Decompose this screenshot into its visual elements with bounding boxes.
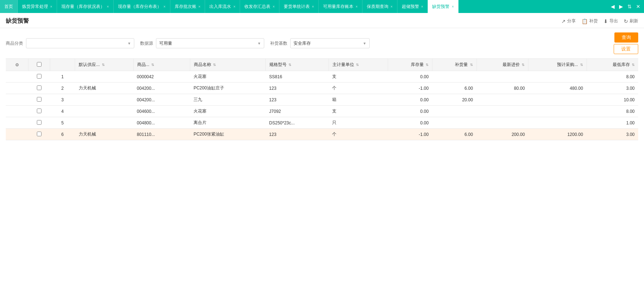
nav-item-8[interactable]: 可用量库存账本 × — [319, 0, 362, 13]
th-minstock-sort-icon[interactable]: ⇅ — [632, 63, 635, 67]
nav-item-3[interactable]: 现存量（库存分布表） × — [114, 0, 170, 13]
export-button[interactable]: ⬇ 导出 — [604, 18, 618, 24]
th-spec-sort-icon[interactable]: ⇅ — [288, 63, 291, 67]
th-price-sort-icon[interactable]: ⇅ — [522, 63, 525, 67]
category-select[interactable]: ▼ — [26, 38, 134, 48]
datasource-label: 数据源 — [140, 40, 153, 47]
table-row[interactable]: 3 004200... 三九 123 箱 0.00 20.00 10.00 — [6, 94, 638, 106]
row-setting-cell — [6, 83, 29, 94]
row-name-cell: PC200油缸庄子 — [190, 83, 265, 94]
nav-item-9[interactable]: 保质期查询 × — [362, 0, 397, 13]
row-unit-cell: 支 — [328, 71, 388, 83]
row-checkbox-5[interactable] — [37, 132, 42, 136]
settings-icon[interactable]: ⚙ — [15, 62, 19, 67]
th-stock[interactable]: 库存量 ⇅ — [388, 59, 432, 71]
nav-close-9[interactable]: × — [391, 5, 393, 9]
nav-item-10[interactable]: 超储预警 × — [397, 0, 428, 13]
category-filter-group: 商品分类 ▼ — [6, 38, 134, 48]
table-row[interactable]: 5 004800... 离合片 DS250*23c... 只 0.00 1.00 — [6, 117, 638, 129]
th-spec[interactable]: 规格型号 ⇅ — [266, 59, 329, 71]
th-supplier-sort-icon[interactable]: ⇅ — [102, 63, 105, 67]
row-checkbox-3[interactable] — [37, 109, 42, 113]
nav-close-2[interactable]: × — [107, 5, 109, 9]
refresh-button[interactable]: ↻ 刷新 — [624, 18, 638, 24]
th-minstock[interactable]: 最低库存 ⇅ — [587, 59, 638, 71]
page-header: 缺货预警 ↗ 分享 📋 补货 ⬇ 导出 ↻ 刷新 — [0, 13, 644, 28]
th-setting: ⚙ — [6, 59, 29, 71]
row-minstock-cell: 3.00 — [587, 83, 638, 94]
nav-close-6[interactable]: × — [273, 5, 275, 9]
category-label: 商品分类 — [6, 40, 23, 47]
replenish-select[interactable]: 安全库存 ▼ — [290, 38, 370, 48]
table-row[interactable]: 4 004600... 火花塞 J7092 支 0.00 8.00 — [6, 106, 638, 117]
table-row[interactable]: 1 0000042 火花塞 SS816 支 0.00 8.00 — [6, 71, 638, 83]
th-price[interactable]: 最新进价 ⇅ — [477, 59, 528, 71]
table-row[interactable]: 2 力天机械 004200... PC200油缸庄子 123 个 -1.00 6… — [6, 83, 638, 94]
nav-label-8: 可用量库存账本 — [323, 4, 353, 10]
replenish-label: 补货 — [589, 18, 598, 24]
nav-close-7[interactable]: × — [312, 5, 314, 9]
row-price-cell — [477, 117, 528, 129]
nav-item-1[interactable]: 炼货异常处理 × — [18, 0, 57, 13]
th-name-label: 商品名称 — [194, 62, 211, 67]
page-content: 缺货预警 ↗ 分享 📋 补货 ⬇ 导出 ↻ 刷新 商品分类 — [0, 13, 644, 287]
row-name-cell: 火花塞 — [190, 106, 265, 117]
th-code[interactable]: 商品... ⇅ — [133, 59, 190, 71]
row-code-cell: 0000042 — [133, 71, 190, 83]
row-setting-cell — [6, 94, 29, 106]
nav-close-all-button[interactable]: ✕ — [634, 0, 643, 13]
th-replenish-sort-icon[interactable]: ⇅ — [470, 63, 473, 67]
th-unit-label: 主计量单位 — [332, 62, 354, 67]
query-button[interactable]: 查询 — [614, 32, 638, 43]
th-purchase-label: 预计采购... — [557, 62, 578, 67]
table-row[interactable]: 6 力天机械 801110... PC200张紧油缸 123 个 -1.00 6… — [6, 129, 638, 140]
row-checkbox-2[interactable] — [37, 97, 42, 102]
table-body: 1 0000042 火花塞 SS816 支 0.00 8.00 2 力天机械 0… — [6, 71, 638, 140]
nav-prev-button[interactable]: ◀ — [609, 0, 617, 13]
th-name[interactable]: 商品名称 ⇅ — [190, 59, 265, 71]
nav-next-button[interactable]: ▶ — [617, 0, 625, 13]
th-purchase-sort-icon[interactable]: ⇅ — [580, 63, 583, 67]
row-name-cell: 火花塞 — [190, 71, 265, 83]
nav-item-home[interactable]: 首页 — [0, 0, 18, 13]
datasource-select[interactable]: 可用量 ▼ — [156, 38, 264, 48]
th-code-sort-icon[interactable]: ⇅ — [151, 63, 154, 67]
nav-item-6[interactable]: 收发存汇总表 × — [240, 0, 279, 13]
nav-item-2[interactable]: 现存量（库存状况表） × — [57, 0, 114, 13]
share-button[interactable]: ↗ 分享 — [561, 18, 576, 24]
nav-item-11[interactable]: 缺货预警 × — [428, 0, 458, 13]
filter-actions: 查询 设置 — [614, 32, 638, 54]
nav-close-11[interactable]: × — [452, 5, 454, 9]
th-replenish[interactable]: 补货量 ⇅ — [432, 59, 477, 71]
row-checkbox-4[interactable] — [37, 120, 42, 125]
th-unit-sort-icon[interactable]: ⇅ — [356, 63, 359, 67]
th-supplier[interactable]: 默认供应... ⇅ — [75, 59, 133, 71]
nav-close-10[interactable]: × — [421, 5, 423, 9]
select-all-checkbox[interactable] — [37, 62, 42, 67]
th-purchase[interactable]: 预计采购... ⇅ — [528, 59, 587, 71]
nav-close-4[interactable]: × — [199, 5, 201, 9]
nav-close-5[interactable]: × — [233, 5, 235, 9]
replenish-button[interactable]: 📋 补货 — [582, 18, 598, 24]
row-checkbox-1[interactable] — [37, 85, 42, 90]
th-unit[interactable]: 主计量单位 ⇅ — [328, 59, 388, 71]
row-unit-cell: 个 — [328, 129, 388, 140]
th-spec-label: 规格型号 — [269, 62, 287, 67]
nav-item-5[interactable]: 出入库流水 × — [205, 0, 240, 13]
nav-item-7[interactable]: 要货单统计表 × — [279, 0, 319, 13]
th-name-sort-icon[interactable]: ⇅ — [213, 63, 216, 67]
row-num-cell: 5 — [50, 117, 75, 129]
row-stock-cell: 0.00 — [388, 71, 432, 83]
row-minstock-cell: 8.00 — [587, 106, 638, 117]
row-checkbox-0[interactable] — [37, 74, 42, 79]
nav-restore-button[interactable]: ⇅ — [625, 0, 634, 13]
setting-button[interactable]: 设置 — [614, 44, 638, 54]
nav-close-1[interactable]: × — [50, 5, 52, 9]
nav-close-3[interactable]: × — [164, 5, 166, 9]
nav-item-4[interactable]: 库存批次账 × — [170, 0, 205, 13]
refresh-label: 刷新 — [630, 18, 638, 24]
nav-label-4: 库存批次账 — [175, 4, 196, 10]
nav-close-8[interactable]: × — [356, 5, 358, 9]
replenish-value: 安全库存 — [293, 40, 311, 47]
th-stock-sort-icon[interactable]: ⇅ — [426, 63, 428, 67]
